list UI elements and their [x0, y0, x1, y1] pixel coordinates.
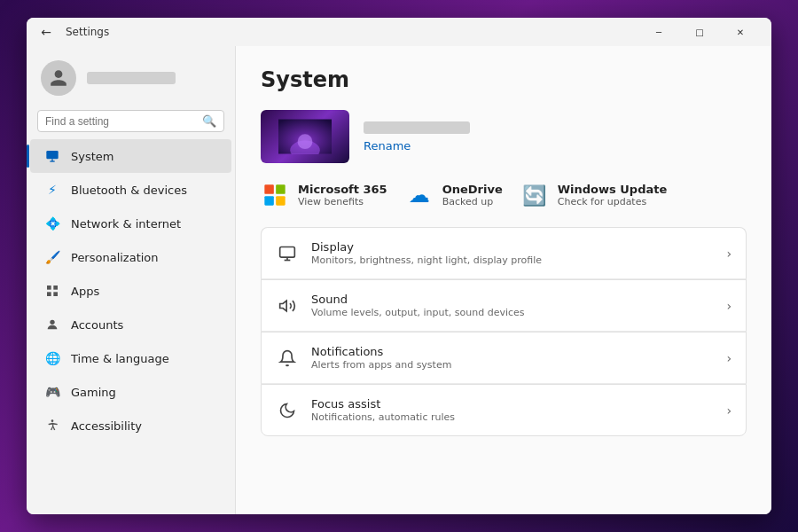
sidebar-item-accessibility[interactable]: Accessibility: [30, 409, 231, 442]
time-icon: 🌐: [44, 350, 60, 366]
windows-update-text: Windows Update Check for updates: [558, 183, 668, 207]
profile-image: [261, 110, 349, 163]
onedrive-text: OneDrive Backed up: [442, 183, 503, 207]
svg-rect-13: [276, 184, 286, 194]
svg-rect-15: [276, 196, 286, 206]
sidebar-item-gaming[interactable]: 🎮 Gaming: [30, 375, 231, 409]
sidebar-item-personalization[interactable]: 🖌️ Personalization: [30, 240, 231, 274]
display-icon: [276, 242, 299, 265]
svg-rect-6: [53, 292, 58, 296]
quick-links: Microsoft 365 View benefits ☁ OneDrive B…: [261, 181, 747, 209]
setting-row-focus[interactable]: Focus assist Notifications, automatic ru…: [261, 384, 747, 436]
svg-rect-5: [47, 292, 51, 296]
notifications-icon: [276, 347, 299, 370]
search-input[interactable]: [45, 115, 202, 128]
quick-link-onedrive[interactable]: ☁ OneDrive Backed up: [405, 181, 503, 209]
accessibility-icon: [44, 418, 60, 434]
sidebar: 🔍 System ⚡ Bluetooth & devices 💠: [27, 46, 235, 514]
sidebar-item-system[interactable]: System: [30, 139, 231, 173]
gaming-icon: 🎮: [44, 384, 60, 400]
close-button[interactable]: ✕: [720, 18, 761, 46]
sound-text: Sound Volume levels, output, input, soun…: [311, 293, 714, 318]
onedrive-icon: ☁: [405, 181, 434, 209]
quick-link-windows-update[interactable]: 🔄 Windows Update Check for updates: [520, 181, 668, 209]
accounts-icon: [44, 317, 60, 332]
apps-icon: [44, 283, 60, 299]
window-controls: ─ □ ✕: [638, 18, 761, 46]
sound-title: Sound: [311, 293, 714, 306]
svg-point-11: [298, 134, 313, 149]
m365-title: Microsoft 365: [298, 183, 387, 196]
sidebar-item-label-accessibility: Accessibility: [71, 419, 142, 433]
sidebar-item-accounts[interactable]: Accounts: [30, 308, 231, 341]
svg-rect-16: [280, 246, 295, 257]
sidebar-item-bluetooth[interactable]: ⚡ Bluetooth & devices: [30, 173, 231, 207]
nav-items: System ⚡ Bluetooth & devices 💠 Network &…: [27, 139, 235, 442]
quick-link-m365[interactable]: Microsoft 365 View benefits: [261, 181, 387, 209]
notifications-text: Notifications Alerts from apps and syste…: [311, 345, 714, 371]
setting-row-notifications[interactable]: Notifications Alerts from apps and syste…: [261, 332, 747, 384]
minimize-button[interactable]: ─: [638, 18, 679, 46]
sidebar-item-label-bluetooth: Bluetooth & devices: [71, 184, 187, 197]
rename-link[interactable]: Rename: [364, 139, 470, 153]
sidebar-item-label-apps: Apps: [71, 285, 99, 298]
sidebar-item-apps[interactable]: Apps: [30, 274, 231, 308]
focus-icon: [276, 399, 299, 422]
m365-subtitle: View benefits: [298, 196, 387, 207]
svg-point-7: [50, 320, 54, 325]
maximize-button[interactable]: □: [679, 18, 720, 46]
sidebar-item-label-gaming: Gaming: [71, 386, 116, 399]
windows-update-title: Windows Update: [558, 183, 668, 196]
windows-update-subtitle: Check for updates: [558, 196, 668, 207]
notifications-chevron: ›: [726, 351, 732, 365]
windows-update-icon: 🔄: [520, 181, 549, 209]
profile-name-area: Rename: [364, 121, 470, 153]
focus-chevron: ›: [726, 403, 732, 418]
close-icon: ✕: [737, 27, 744, 37]
svg-rect-4: [53, 286, 58, 290]
system-icon: [44, 148, 60, 164]
notifications-desc: Alerts from apps and system: [311, 359, 714, 371]
sound-desc: Volume levels, output, input, sound devi…: [311, 307, 714, 318]
personalization-icon: 🖌️: [44, 249, 60, 265]
svg-marker-19: [280, 301, 287, 311]
search-box[interactable]: 🔍: [37, 110, 224, 132]
sidebar-item-label-accounts: Accounts: [71, 318, 123, 332]
settings-window: ← Settings ─ □ ✕: [27, 18, 771, 514]
sidebar-item-network[interactable]: 💠 Network & internet: [30, 207, 231, 240]
settings-list: Display Monitors, brightness, night ligh…: [261, 227, 747, 436]
focus-desc: Notifications, automatic rules: [311, 411, 714, 423]
user-section: [27, 46, 235, 106]
display-title: Display: [311, 240, 714, 254]
m365-text: Microsoft 365 View benefits: [298, 183, 387, 207]
maximize-icon: □: [695, 27, 703, 37]
focus-title: Focus assist: [311, 397, 714, 411]
setting-row-sound[interactable]: Sound Volume levels, output, input, soun…: [261, 279, 747, 332]
setting-row-display[interactable]: Display Monitors, brightness, night ligh…: [261, 227, 747, 279]
focus-text: Focus assist Notifications, automatic ru…: [311, 397, 714, 423]
sound-icon: [276, 294, 299, 317]
title-bar: ← Settings ─ □ ✕: [27, 18, 771, 46]
window-title: Settings: [66, 26, 109, 38]
network-icon: 💠: [44, 215, 60, 231]
sidebar-item-label-system: System: [71, 150, 113, 163]
m365-icon: [261, 181, 289, 209]
search-icon: 🔍: [202, 114, 216, 128]
avatar[interactable]: [41, 60, 76, 96]
onedrive-title: OneDrive: [442, 183, 503, 196]
notifications-title: Notifications: [311, 345, 714, 358]
profile-name-placeholder: [364, 121, 470, 134]
content-area: System: [235, 46, 771, 514]
minimize-icon: ─: [656, 27, 661, 37]
display-desc: Monitors, brightness, night light, displ…: [311, 254, 714, 266]
svg-rect-14: [264, 196, 274, 206]
sidebar-item-time[interactable]: 🌐 Time & language: [30, 341, 231, 375]
title-bar-controls: ← Settings: [37, 23, 109, 41]
sound-chevron: ›: [726, 299, 732, 313]
svg-point-8: [51, 419, 54, 422]
onedrive-subtitle: Backed up: [442, 196, 503, 207]
main-content: 🔍 System ⚡ Bluetooth & devices 💠: [27, 46, 771, 514]
page-title: System: [261, 67, 747, 92]
display-text: Display Monitors, brightness, night ligh…: [311, 240, 714, 266]
back-button[interactable]: ←: [37, 23, 55, 41]
